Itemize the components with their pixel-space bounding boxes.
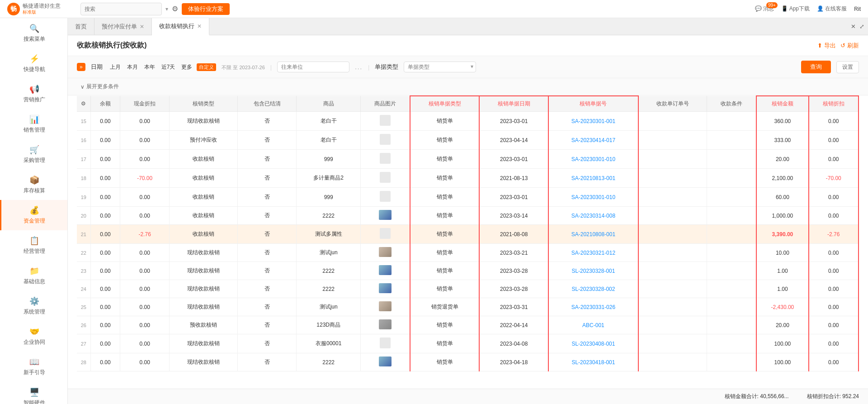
refresh-button[interactable]: ↺ 刷新 — [840, 42, 859, 50]
tab-prepay-close-icon[interactable]: ✕ — [140, 24, 144, 30]
settings-col-icon: ⚙ — [81, 100, 86, 107]
page-title: 收款核销执行(按收款) — [77, 41, 147, 50]
settings-button[interactable]: 设置 — [836, 61, 859, 73]
date-last-month[interactable]: 上月 — [108, 62, 123, 72]
date-label: 日期 — [91, 63, 103, 71]
top-bar: 畅 畅捷通谱好生意 标准版 ▾ ⚙ 体验行业方案 💬 消息 99+ 📱 App下… — [0, 0, 868, 18]
sidebar-item-system[interactable]: ⚙️ 系统管理 — [0, 291, 67, 321]
query-button[interactable]: 查询 — [801, 61, 831, 73]
app-download[interactable]: 📱 App下载 — [781, 5, 810, 13]
sidebar-item-collab[interactable]: 🤝 企业协同 — [0, 321, 67, 352]
bill-no-link[interactable]: SA-20230301-010 — [571, 194, 615, 200]
verify-discount-total: 核销折扣合计: 952.24 — [807, 393, 859, 400]
th-balance: 余额 — [90, 96, 120, 112]
tab-verify[interactable]: 收款核销执行 ✕ — [152, 18, 209, 35]
sidebar-item-guide[interactable]: 📖 新手引导 — [0, 352, 67, 382]
bill-no-link[interactable]: SA-20230314-008 — [571, 213, 615, 219]
content-area: 首页 预付冲应付单 ✕ 收款核销执行 ✕ ✕ ⤢ 收款核销执行(按收款) — [68, 18, 868, 404]
bill-no-link[interactable]: SA-20230414-017 — [571, 137, 615, 143]
date-this-year[interactable]: 本年 — [142, 62, 157, 72]
sidebar-item-finance[interactable]: 💰 资金管理 — [0, 200, 67, 230]
table-row: 270.000.00现结收款核销否衣服00001销货单2023-04-08SL-… — [77, 334, 859, 353]
sidebar-item-label: 新手引导 — [24, 369, 45, 376]
message-badge[interactable]: 💬 消息 99+ — [755, 5, 774, 13]
top-bar-right: 💬 消息 99+ 📱 App下载 👤 在线客服 Rit — [755, 5, 861, 13]
bill-no-link[interactable]: SA-20230301-010 — [571, 156, 615, 162]
th-verify-type: 核销类型 — [169, 96, 237, 112]
bill-no-link[interactable]: SL-20230328-002 — [571, 286, 615, 292]
sidebar-item-marketing[interactable]: 📢 营销推广 — [0, 79, 67, 109]
tab-home-label: 首页 — [75, 23, 87, 31]
date-this-month[interactable]: 本月 — [125, 62, 140, 72]
th-receipt-order: 收款单订单号 — [638, 96, 707, 112]
filter-bar: » 日期 上月 本月 本年 近7天 更多 自定义 不限 至 2023-07-26… — [68, 56, 868, 78]
from-unit-input[interactable] — [277, 62, 349, 72]
search-input[interactable] — [80, 3, 162, 15]
close-all-icon[interactable]: ✕ — [851, 23, 856, 30]
date-more[interactable]: 更多 — [179, 62, 194, 72]
table-row: 170.000.00收款核销否999销货单2023-03-01SA-202303… — [77, 150, 859, 169]
bill-no-link[interactable]: SA-20230301-001 — [571, 118, 615, 124]
bill-type-select[interactable] — [404, 62, 476, 72]
table-footer: 核销金额合计: 40,556,66... 核销折扣合计: 952.24 — [68, 389, 868, 404]
refresh-icon: ↺ — [840, 42, 845, 49]
sidebar-item-label: 搜索菜单 — [24, 35, 45, 43]
sidebar-item-hardware[interactable]: 🖥️ 智能硬件 — [0, 382, 67, 404]
tab-verify-close-icon[interactable]: ✕ — [197, 23, 202, 29]
solution-button[interactable]: 体验行业方案 — [182, 3, 230, 15]
th-verify-amount: 核销金额 — [756, 96, 808, 112]
filter-divider: | — [270, 64, 272, 71]
sidebar-item-label: 智能硬件 — [24, 399, 45, 404]
filter-dots: ... — [355, 64, 363, 71]
th-bill-type: 核销单据类型 — [410, 96, 479, 112]
expand-more-button[interactable]: ∨ 展开更多条件 — [77, 81, 123, 92]
filter-divider2: | — [368, 64, 369, 71]
logo: 畅 畅捷通谱好生意 标准版 — [7, 3, 75, 15]
guide-icon: 📖 — [29, 357, 39, 367]
date-limit-text: 不限 至 2023-07-26 — [222, 64, 264, 71]
sidebar-item-inventory[interactable]: 📦 库存核算 — [0, 170, 67, 200]
tab-bar: 首页 预付冲应付单 ✕ 收款核销执行 ✕ ✕ ⤢ — [68, 18, 868, 35]
th-goods: 商品 — [297, 96, 361, 112]
tab-prepay-label: 预付冲应付单 — [102, 23, 137, 31]
sidebar-item-nav[interactable]: ⚡ 快捷导航 — [0, 48, 67, 79]
logo-text: 畅捷通谱好生意 标准版 — [23, 3, 61, 14]
bill-no-link[interactable]: SA-20210813-001 — [571, 175, 615, 181]
tab-home[interactable]: 首页 — [68, 18, 94, 35]
export-button[interactable]: ⬆ 导出 — [817, 42, 836, 50]
bill-no-link[interactable]: SA-20210808-001 — [571, 231, 615, 238]
bill-no-link[interactable]: SL-20230328-001 — [571, 268, 615, 274]
sidebar-item-basic-info[interactable]: 📁 基础信息 — [0, 261, 67, 291]
filter-expand-button[interactable]: » — [77, 63, 85, 71]
sidebar-item-purchase[interactable]: 🛒 采购管理 — [0, 139, 67, 170]
th-cash-discount: 现金折扣 — [120, 96, 170, 112]
search-menu-icon: 🔍 — [29, 24, 39, 33]
online-service[interactable]: 👤 在线客服 — [817, 5, 847, 13]
sidebar-item-operations[interactable]: 📋 经营管理 — [0, 230, 67, 261]
bill-no-link[interactable]: SA-20230331-026 — [571, 304, 615, 310]
tab-prepay[interactable]: 预付冲应付单 ✕ — [94, 18, 152, 35]
date-7days[interactable]: 近7天 — [160, 62, 177, 72]
table-container[interactable]: ⚙ 余额 现金折扣 核销类型 包含已结清 商品 商品图片 核销单据类型 核销单据… — [68, 95, 868, 389]
sidebar-item-label: 基础信息 — [24, 278, 45, 285]
tab-verify-label: 收款核销执行 — [159, 22, 194, 30]
user-name[interactable]: Rit — [854, 6, 861, 12]
basic-info-icon: 📁 — [29, 266, 39, 276]
table-row: 260.000.00预收款核销否123D商品销货单2022-04-14ABC-0… — [77, 316, 859, 334]
bill-no-link[interactable]: ABC-001 — [582, 322, 604, 328]
date-custom[interactable]: 自定义 — [197, 63, 216, 71]
gear-icon[interactable]: ⚙ — [172, 5, 178, 13]
dropdown-arrow-icon[interactable]: ▾ — [165, 6, 168, 12]
sidebar-item-label: 经营管理 — [24, 247, 45, 255]
table-row: 240.000.00现结收款核销否2222销货单2023-03-28SL-202… — [77, 280, 859, 298]
bill-no-link[interactable]: SL-20230418-001 — [571, 359, 615, 366]
bill-no-link[interactable]: SA-20230321-012 — [571, 250, 615, 256]
th-settings[interactable]: ⚙ — [77, 96, 90, 112]
sidebar-item-sales[interactable]: 📊 销售管理 — [0, 109, 67, 139]
sidebar-item-search[interactable]: 🔍 搜索菜单 — [0, 18, 67, 48]
export-icon: ⬆ — [817, 42, 822, 49]
bill-no-link[interactable]: SL-20230408-001 — [571, 341, 615, 347]
finance-icon: 💰 — [29, 205, 39, 215]
restore-icon[interactable]: ⤢ — [859, 23, 864, 30]
hardware-icon: 🖥️ — [29, 387, 39, 397]
